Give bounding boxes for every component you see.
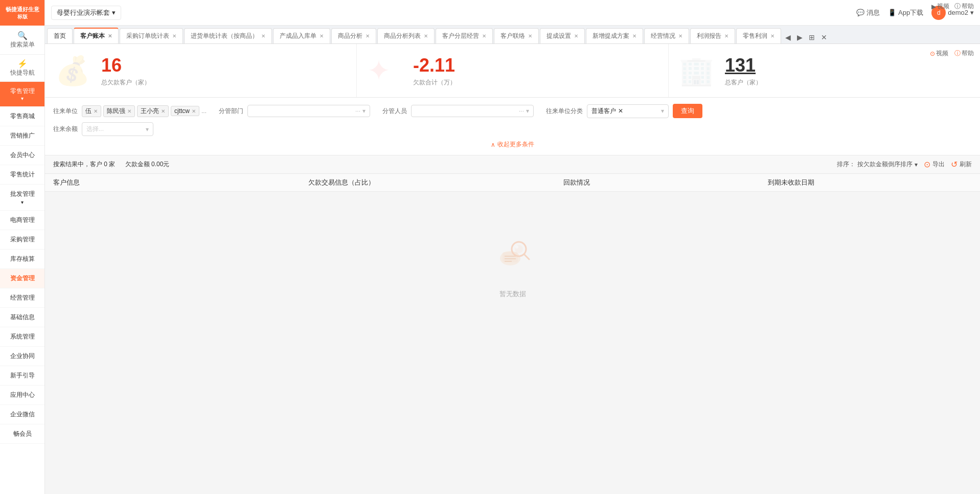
collapse-label: 收起更多条件	[497, 140, 534, 149]
tab-profit-report[interactable]: 利润报告 ✕	[690, 28, 735, 43]
tab-profit-report-close[interactable]: ✕	[724, 33, 728, 39]
sidebar-item-app-center[interactable]: 应用中心	[0, 386, 44, 405]
sidebar-item-purchase[interactable]: 采购管理	[0, 230, 44, 250]
stat-video-btn[interactable]: ⊙ 视频	[930, 49, 948, 58]
person-filter-label: 分管人员	[382, 107, 407, 116]
tab-product-analysis[interactable]: 商品分析 ✕	[331, 28, 376, 43]
tab-customer-accounts-close[interactable]: ✕	[108, 33, 112, 39]
sidebar-item-member[interactable]: 会员中心	[0, 146, 44, 165]
stat-customers-value: 16	[101, 54, 150, 76]
classification-selector[interactable]: 普通客户 ✕ ▾	[587, 104, 669, 118]
tag-2-text: 陈民强	[107, 107, 125, 116]
sidebar-item-operations[interactable]: 经营管理	[0, 288, 44, 308]
sidebar-item-enterprise[interactable]: 企业协同	[0, 347, 44, 366]
sidebar-item-inventory[interactable]: 库存核算	[0, 250, 44, 269]
sidebar-retail-stats-label: 零售统计	[3, 170, 41, 179]
info-circle-icon: ⓘ	[954, 49, 961, 58]
sort-chevron-icon: ▾	[915, 161, 918, 168]
tag-4-close[interactable]: ✕	[192, 108, 196, 114]
tag-3-text: 王小亮	[141, 107, 159, 116]
tab-close-all[interactable]: ✕	[818, 31, 830, 43]
sidebar-quick-nav[interactable]: ⚡ 快捷导航	[0, 55, 44, 82]
tab-product-entry[interactable]: 产成品入库单 ✕	[273, 28, 330, 43]
dept-selector[interactable]: ··· ▾	[247, 105, 370, 117]
export-icon: ⊙	[924, 160, 930, 169]
message-icon: 💬	[856, 9, 864, 16]
sidebar-item-wechat[interactable]: 企业微信	[0, 405, 44, 424]
sidebar-item-finance[interactable]: 资金管理	[0, 269, 44, 288]
account-selector[interactable]: 母婴行业演示帐套 ▾	[51, 6, 121, 20]
refresh-button[interactable]: ↺ 刷新	[951, 160, 972, 169]
filter-tag-2[interactable]: 陈民强 ✕	[103, 105, 135, 117]
tab-customer-accounts[interactable]: 客户账本 ✕	[74, 28, 119, 43]
tab-purchase-order[interactable]: 采购订单统计表 ✕	[120, 28, 183, 43]
tab-product-analysis-list-close[interactable]: ✕	[424, 33, 428, 39]
sidebar-member-label: 会员中心	[3, 151, 41, 160]
tab-customer-contact-close[interactable]: ✕	[528, 33, 532, 39]
tab-operations[interactable]: 经营情况 ✕	[644, 28, 689, 43]
tab-new-promo-close[interactable]: ✕	[632, 33, 636, 39]
tab-purchase-stats-close[interactable]: ✕	[261, 33, 265, 39]
sidebar-item-basic-info[interactable]: 基础信息	[0, 308, 44, 327]
tab-purchase-order-close[interactable]: ✕	[172, 33, 176, 39]
message-button[interactable]: 💬 消息	[856, 8, 880, 17]
sidebar-item-retail[interactable]: 零售管理 ▾	[0, 82, 44, 107]
tag-1-close[interactable]: ✕	[94, 108, 98, 114]
dept-chevron-icon: ▾	[362, 107, 366, 115]
tab-purchase-stats[interactable]: 进货单统计表（按商品） ✕	[184, 28, 272, 43]
sidebar-app-center-label: 应用中心	[3, 391, 41, 399]
filter-tag-3[interactable]: 王小亮 ✕	[137, 105, 169, 117]
collapse-button[interactable]: ∧ 收起更多条件	[491, 140, 534, 149]
tab-customer-segment-close[interactable]: ✕	[482, 33, 486, 39]
tab-product-analysis-close[interactable]: ✕	[366, 33, 370, 39]
tag-3-close[interactable]: ✕	[161, 108, 165, 114]
sidebar-item-system[interactable]: 系统管理	[0, 327, 44, 347]
tab-scroll-left[interactable]: ◀	[782, 31, 794, 43]
balance-placeholder: 选择...	[86, 125, 104, 133]
tag-2-close[interactable]: ✕	[127, 108, 131, 114]
sort-button[interactable]: 排序： 按欠款金额倒序排序 ▾	[837, 160, 918, 169]
sidebar-item-wholesale[interactable]: 批发管理 ▾	[0, 185, 44, 211]
tab-new-promo[interactable]: 新增提成方案 ✕	[586, 28, 643, 43]
tab-retail-profit[interactable]: 零售利润 ✕	[736, 28, 781, 43]
query-button[interactable]: 查询	[673, 104, 702, 118]
tab-customer-segment[interactable]: 客户分层经营 ✕	[436, 28, 493, 43]
tab-expand[interactable]: ⊞	[806, 31, 818, 43]
sidebar-item-vip[interactable]: 畅会员	[0, 424, 44, 444]
sidebar-item-ecommerce[interactable]: 电商管理	[0, 211, 44, 230]
balance-selector[interactable]: 选择... ▾	[82, 122, 153, 136]
person-selector[interactable]: ··· ▾	[411, 105, 534, 117]
tab-promo-settings-close[interactable]: ✕	[574, 33, 578, 39]
stats-row: ▶ 视频 ⓘ 帮助 💰 16 总欠款客户（家） ✦ -2.1	[45, 44, 980, 98]
more-tags-btn[interactable]: ...	[201, 107, 207, 115]
result-info: 搜索结果中，客户 0 家 欠款金额 0.00元	[53, 160, 169, 169]
classification-close[interactable]: ✕	[618, 107, 623, 115]
sidebar-inventory-label: 库存核算	[3, 255, 41, 263]
page-content: ▶ 视频 ⓘ 帮助 💰 16 总欠款客户（家） ✦ -2.1	[45, 44, 980, 494]
filter-tag-1[interactable]: 伍 ✕	[82, 105, 101, 117]
tab-scroll-right[interactable]: ▶	[794, 31, 806, 43]
app-download-button[interactable]: 📱 App下载	[888, 8, 923, 17]
sidebar-item-marketing[interactable]: 营销推广	[0, 126, 44, 146]
export-button[interactable]: ⊙ 导出	[924, 160, 945, 169]
tab-customer-accounts-label: 客户账本	[80, 32, 105, 40]
filter-tag-4[interactable]: cjttcw ✕	[171, 106, 199, 116]
sidebar-item-new-guide[interactable]: 新手引导	[0, 366, 44, 386]
logo-line1: 畅捷通好生意	[6, 6, 39, 13]
tab-product-entry-close[interactable]: ✕	[320, 33, 324, 39]
tab-home[interactable]: 首页	[47, 28, 73, 43]
tab-operations-close[interactable]: ✕	[678, 33, 682, 39]
sidebar-item-retail-stats[interactable]: 零售统计	[0, 165, 44, 185]
tab-product-analysis-list[interactable]: 商品分析列表 ✕	[377, 28, 435, 43]
sidebar-marketing-label: 营销推广	[3, 131, 41, 140]
stat-bg-icon-3: 🏢	[679, 54, 714, 87]
refresh-icon: ↺	[951, 160, 958, 169]
empty-icon	[492, 233, 533, 283]
tab-customer-contact[interactable]: 客户联络 ✕	[494, 28, 539, 43]
tab-retail-profit-close[interactable]: ✕	[770, 33, 774, 39]
stat-help-btn[interactable]: ⓘ 帮助	[954, 49, 974, 58]
app-logo: 畅捷通好生意 标版	[0, 0, 44, 26]
sidebar-item-retail-mall[interactable]: 零售商城	[0, 107, 44, 126]
sidebar-search[interactable]: 🔍 搜索菜单	[0, 26, 44, 55]
tab-promo-settings[interactable]: 提成设置 ✕	[540, 28, 585, 43]
